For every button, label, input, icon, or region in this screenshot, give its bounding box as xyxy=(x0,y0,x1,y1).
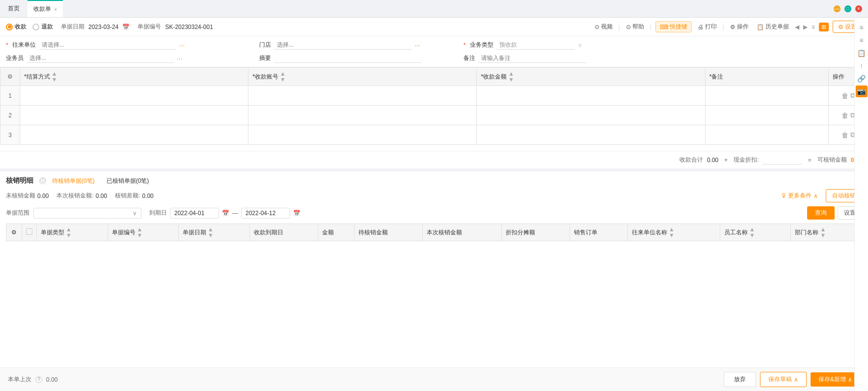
store-more-btn[interactable]: ··· xyxy=(414,41,420,49)
save-new-button[interactable]: 保存&新增 ∧ xyxy=(811,372,860,387)
table-header-settings[interactable]: ⚙ xyxy=(0,68,20,86)
row-1-account[interactable] xyxy=(248,86,477,106)
print-btn[interactable]: 🖨 打印 xyxy=(696,22,719,32)
date-to-input[interactable] xyxy=(241,208,290,219)
filter-row: 单据范围 ∨ 到期日 📅 — 📅 查询 设置 xyxy=(6,206,862,220)
row-3-delete-icon[interactable]: 🗑 xyxy=(841,131,848,139)
summary-input[interactable] xyxy=(274,54,421,63)
row-1-amount[interactable] xyxy=(477,86,705,106)
plus-sign: + xyxy=(724,157,728,164)
row-2-settlement[interactable] xyxy=(20,106,248,125)
calendar-to-icon[interactable]: 📅 xyxy=(293,210,300,217)
recon-info-icon[interactable]: ⓘ xyxy=(39,177,46,184)
sidebar-icon-2[interactable]: ≡ xyxy=(856,34,868,46)
nav-prev[interactable]: ◀ xyxy=(795,24,799,30)
remark-label: 备注 xyxy=(463,54,475,62)
col-discount-label: 折扣分摊额 xyxy=(506,229,535,236)
row-2-remark[interactable] xyxy=(705,106,828,125)
row-num-2: 2 xyxy=(0,106,20,125)
calendar-icon[interactable]: 📅 xyxy=(122,24,130,30)
sort-icon-docno[interactable]: ▲▼ xyxy=(137,226,143,238)
row-2-account[interactable] xyxy=(248,106,477,125)
row-1-delete-icon[interactable]: 🗑 xyxy=(841,92,848,100)
draft-button[interactable]: 保存草稿 ∧ xyxy=(760,372,807,387)
tab-receipt[interactable]: 收款单 × xyxy=(27,0,63,17)
row-1-settlement[interactable] xyxy=(20,86,248,106)
toolbar-right: ⊙ 视频 | ⊙ 帮助 | ⌨ 快捷键 🖨 打印 | ⚙ 操作 xyxy=(593,21,862,33)
recon-col-salesorder: 销售订单 xyxy=(570,224,628,241)
discard-button[interactable]: 放弃 xyxy=(724,372,756,387)
discount-label: 现金折扣: xyxy=(733,156,759,164)
row-3-amount[interactable] xyxy=(477,125,705,145)
row-3-settlement[interactable] xyxy=(20,125,248,145)
diff-value: 0.00 xyxy=(142,193,153,199)
staff-input[interactable] xyxy=(27,54,174,63)
radio-receive[interactable]: 收款 xyxy=(6,23,27,31)
sort-icon-settlement[interactable]: ▲▼ xyxy=(52,71,57,83)
tab-receipt-label: 收款单 xyxy=(33,5,51,13)
footer-info-icon[interactable]: ? xyxy=(35,376,42,383)
calendar-from-icon[interactable]: 📅 xyxy=(222,210,229,217)
staff-more-btn[interactable]: ··· xyxy=(177,55,183,62)
view-grid-icon[interactable]: ⊞ xyxy=(819,23,829,31)
sidebar-icon-1[interactable]: ≡ xyxy=(856,22,868,33)
data-table-section: ⚙ *结算方式 ▲▼ *收款账号 ▲▼ xyxy=(0,67,868,151)
discount-input[interactable] xyxy=(763,155,802,165)
window-close-button[interactable]: × xyxy=(855,5,862,12)
row-3-account[interactable] xyxy=(248,125,477,145)
sidebar-icon-3[interactable]: 📋 xyxy=(856,47,868,59)
footer-right: 放弃 保存草稿 ∧ 保存&新增 ∧ xyxy=(724,372,860,387)
business-type-input[interactable] xyxy=(496,40,575,50)
tab-pending[interactable]: 待核销单据(0笔) xyxy=(52,177,95,185)
counterpart-input[interactable] xyxy=(39,40,176,50)
tab-done[interactable]: 已核销单据(0笔) xyxy=(107,177,149,185)
operation-btn[interactable]: ⚙ 操作 xyxy=(728,22,751,32)
radio-refund[interactable]: 退款 xyxy=(32,23,53,31)
tab-close-icon[interactable]: × xyxy=(54,6,57,12)
store-input[interactable] xyxy=(274,40,411,50)
recon-table-wrapper: ⚙ 单据类型 ▲▼ 单据编号 xyxy=(6,223,862,241)
minimize-button[interactable]: — xyxy=(834,5,841,12)
row-3-remark[interactable] xyxy=(705,125,828,145)
sort-icon-amount[interactable]: ▲▼ xyxy=(508,71,514,83)
view-list-icon[interactable]: ≡ xyxy=(812,24,815,30)
more-conditions-btn[interactable]: ⊽ 更多条件 ∧ xyxy=(782,192,818,200)
sort-icon-date[interactable]: ▲▼ xyxy=(208,226,214,238)
remark-input[interactable] xyxy=(478,54,586,63)
table-gear-icon[interactable]: ⚙ xyxy=(7,73,13,80)
sort-icon-staff[interactable]: ▲▼ xyxy=(749,226,755,238)
shortcut-btn[interactable]: ⌨ 快捷键 xyxy=(655,21,692,32)
sidebar-icon-5[interactable]: 🔗 xyxy=(856,73,868,84)
tab-home[interactable]: 首页 xyxy=(0,0,27,17)
recon-header-gear[interactable]: ⚙ xyxy=(6,224,22,241)
date-from-input[interactable] xyxy=(170,208,219,219)
recon-col-date: 单据日期 ▲▼ xyxy=(179,224,250,241)
sidebar-icon-4[interactable]: ↑ xyxy=(856,60,868,72)
window-controls: — □ × xyxy=(834,5,868,12)
nav-next[interactable]: ▶ xyxy=(803,24,808,30)
row-1-remark[interactable] xyxy=(705,86,828,106)
sort-icon-account[interactable]: ▲▼ xyxy=(280,71,286,83)
recon-col-current: 本次核销金额 xyxy=(423,224,502,241)
sidebar-icon-6[interactable]: 📷 xyxy=(856,85,868,97)
sort-icon-type[interactable]: ▲▼ xyxy=(66,226,72,238)
video-btn[interactable]: ⊙ 视频 xyxy=(593,22,615,32)
doc-date-value[interactable]: 2023-03-24 xyxy=(88,24,118,30)
query-button[interactable]: 查询 xyxy=(807,206,835,220)
help-btn[interactable]: ⊙ 帮助 xyxy=(624,22,646,32)
row-2-amount[interactable] xyxy=(477,106,705,125)
reconciliation-section: 核销明细 ⓘ 待核销单据(0笔) 已核销单据(0笔) 未核销金额 0.00 本次… xyxy=(0,168,868,246)
counterpart-more-btn[interactable]: ··· xyxy=(179,41,185,49)
recon-select-all[interactable] xyxy=(26,228,32,235)
business-type-dropdown[interactable]: ∨ xyxy=(578,42,582,49)
maximize-button[interactable]: □ xyxy=(844,5,851,12)
history-btn[interactable]: 📋 历史单据 xyxy=(755,22,791,32)
table-header-remark: *备注 xyxy=(705,68,828,86)
recon-gear-icon[interactable]: ⚙ xyxy=(11,229,17,236)
sort-icon-dept[interactable]: ▲▼ xyxy=(820,226,826,238)
row-2-delete-icon[interactable]: 🗑 xyxy=(841,112,848,119)
sort-icon-counterpart[interactable]: ▲▼ xyxy=(669,226,675,238)
doc-no-value[interactable]: SK-20230324-001 xyxy=(165,24,213,30)
scope-dropdown[interactable]: ∨ xyxy=(33,208,141,219)
row-num-3: 3 xyxy=(0,125,20,145)
